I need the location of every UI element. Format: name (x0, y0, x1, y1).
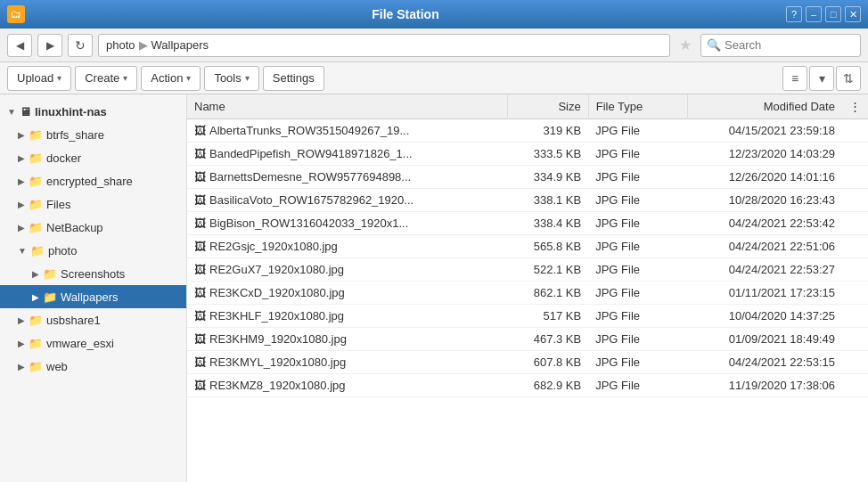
sidebar-item-NetBackup[interactable]: ▶ 📁 NetBackup (0, 216, 186, 239)
minimize-button[interactable]: – (806, 6, 822, 22)
file-date: 10/28/2020 16:23:43 (688, 189, 842, 212)
btrfs-label: btrfs_share (46, 128, 104, 142)
titlebar-left: 🗂 (7, 5, 25, 23)
sidebar-item-docker[interactable]: ▶ 📁 docker (0, 146, 186, 169)
docker-label: docker (46, 151, 81, 165)
file-more (842, 374, 868, 397)
search-box: 🔍 (700, 34, 861, 57)
col-modified[interactable]: Modified Date (688, 94, 842, 119)
root-label: linuxhint-nas (35, 105, 107, 118)
sidebar-item-Wallpapers[interactable]: ▶ 📁 Wallpapers (0, 285, 186, 308)
titlebar-title: File Station (25, 7, 786, 21)
action-label: Action (151, 71, 183, 85)
refresh-button[interactable]: ↻ (68, 34, 93, 57)
usbshare-label: usbshare1 (46, 314, 101, 327)
file-icon: 🖼 (194, 286, 206, 299)
file-date: 12/23/2020 14:03:29 (688, 143, 842, 166)
btrfs-arrow: ▶ (18, 130, 25, 140)
sidebar-item-Files[interactable]: ▶ 📁 Files (0, 192, 186, 216)
file-more (842, 189, 868, 212)
table-row[interactable]: 🖼 RE3KHLF_1920x1080.jpg 517 KB JPG File … (187, 305, 868, 328)
file-icon: 🖼 (194, 332, 206, 346)
file-name: RE3KMYL_1920x1080.jpg (209, 355, 346, 369)
close-button[interactable]: ✕ (845, 6, 861, 22)
list-view-button[interactable]: ≡ (782, 66, 807, 91)
sidebar-item-encrypted_share[interactable]: ▶ 📁 encrypted_share (0, 169, 186, 192)
sidebar-item-usbshare1[interactable]: ▶ 📁 usbshare1 (0, 308, 186, 331)
table-row[interactable]: 🖼 RE3KHM9_1920x1080.jpg 467.3 KB JPG Fil… (187, 328, 868, 351)
file-icon: 🖼 (194, 379, 206, 392)
col-name[interactable]: Name (187, 94, 508, 119)
file-size: 338.1 KB (508, 189, 588, 212)
sort-button[interactable]: ⇅ (836, 66, 861, 91)
address-bar: photo ▶ Wallpapers (98, 34, 670, 57)
sidebar-root[interactable]: ▼ 🖥 linuxhint-nas (0, 100, 186, 123)
docker-icon: 📁 (29, 151, 43, 165)
table-row[interactable]: 🖼 BasilicaVoto_ROW1675782962_1920... 338… (187, 189, 868, 212)
usbshare-icon: 📁 (29, 314, 43, 327)
file-size: 682.9 KB (508, 374, 588, 397)
create-label: Create (85, 71, 119, 85)
encrypted-label: encrypted_share (46, 175, 133, 188)
file-date: 11/19/2020 17:38:06 (688, 374, 842, 397)
sidebar-item-photo[interactable]: ▼ 📁 photo (0, 239, 186, 262)
table-row[interactable]: 🖼 RE3KMYL_1920x1080.jpg 607.8 KB JPG Fil… (187, 351, 868, 374)
file-more (842, 282, 868, 305)
root-icon: 🖥 (20, 105, 31, 118)
help-button[interactable]: ? (786, 6, 802, 22)
table-row[interactable]: 🖼 BandedPipefish_ROW9418971826_1... 333.… (187, 143, 868, 166)
create-button[interactable]: Create ▾ (75, 66, 137, 91)
view-more-button[interactable]: ▾ (809, 66, 834, 91)
action-button[interactable]: Action ▾ (141, 66, 201, 91)
table-row[interactable]: 🖼 RE2Gsjc_1920x1080.jpg 565.8 KB JPG Fil… (187, 235, 868, 258)
file-type: JPG File (588, 305, 688, 328)
file-size: 522.1 KB (508, 258, 588, 282)
file-more (842, 166, 868, 189)
file-size: 319 KB (508, 119, 588, 143)
file-type: JPG File (588, 166, 688, 189)
file-list: Name Size File Type Modified Date ⋮ (187, 94, 868, 482)
file-more (842, 351, 868, 374)
col-filetype[interactable]: File Type (588, 94, 688, 119)
search-input[interactable] (725, 38, 855, 52)
file-size: 333.5 KB (508, 143, 588, 166)
table-row[interactable]: 🖼 RE2GuX7_1920x1080.jpg 522.1 KB JPG Fil… (187, 258, 868, 282)
file-name: RE2Gsjc_1920x1080.jpg (209, 240, 338, 253)
screenshots-icon: 📁 (43, 267, 57, 281)
file-name-cell: 🖼 RE2GuX7_1920x1080.jpg (187, 258, 508, 282)
netbackup-label: NetBackup (46, 221, 103, 234)
sidebar-item-btrfs_share[interactable]: ▶ 📁 btrfs_share (0, 123, 186, 146)
back-button[interactable]: ◀ (7, 34, 32, 57)
settings-label: Settings (273, 71, 315, 85)
bookmark-button[interactable]: ★ (676, 37, 695, 53)
action-dropdown-arrow: ▾ (186, 73, 191, 83)
file-name-cell: 🖼 RE3KMYL_1920x1080.jpg (187, 351, 508, 374)
col-size[interactable]: Size (508, 94, 588, 119)
tools-button[interactable]: Tools ▾ (204, 66, 258, 91)
sidebar-item-web[interactable]: ▶ 📁 web (0, 355, 186, 378)
file-name: RE3KHM9_1920x1080.jpg (209, 332, 347, 346)
settings-button[interactable]: Settings (263, 66, 324, 91)
upload-button[interactable]: Upload ▾ (7, 66, 71, 91)
table-row[interactable]: 🖼 BigBison_ROW1316042033_1920x1... 338.4… (187, 212, 868, 235)
wallpapers-label: Wallpapers (61, 290, 119, 304)
maximize-button[interactable]: □ (825, 6, 841, 22)
action-toolbar: Upload ▾ Create ▾ Action ▾ Tools ▾ Setti… (0, 62, 868, 94)
file-more (842, 119, 868, 143)
root-arrow: ▼ (7, 107, 16, 117)
table-row[interactable]: 🖼 RE3KMZ8_1920x1080.jpg 682.9 KB JPG Fil… (187, 374, 868, 397)
table-row[interactable]: 🖼 BarnettsDemesne_ROW9577694898... 334.9… (187, 166, 868, 189)
screenshots-arrow: ▶ (32, 269, 39, 279)
table-row[interactable]: 🖼 AlbertaTrunks_ROW3515049267_19... 319 … (187, 119, 868, 143)
file-size: 334.9 KB (508, 166, 588, 189)
col-more[interactable]: ⋮ (842, 94, 868, 119)
file-table: Name Size File Type Modified Date ⋮ (187, 94, 868, 397)
file-name-cell: 🖼 BandedPipefish_ROW9418971826_1... (187, 143, 508, 166)
file-size: 862.1 KB (508, 282, 588, 305)
sidebar-item-vmware_esxi[interactable]: ▶ 📁 vmware_esxi (0, 331, 186, 355)
sidebar-item-Screenshots[interactable]: ▶ 📁 Screenshots (0, 262, 186, 285)
wallpapers-icon: 📁 (43, 290, 57, 304)
view-buttons: ≡ ▾ ⇅ (782, 66, 861, 91)
table-row[interactable]: 🖼 RE3KCxD_1920x1080.jpg 862.1 KB JPG Fil… (187, 282, 868, 305)
forward-button[interactable]: ▶ (37, 34, 62, 57)
